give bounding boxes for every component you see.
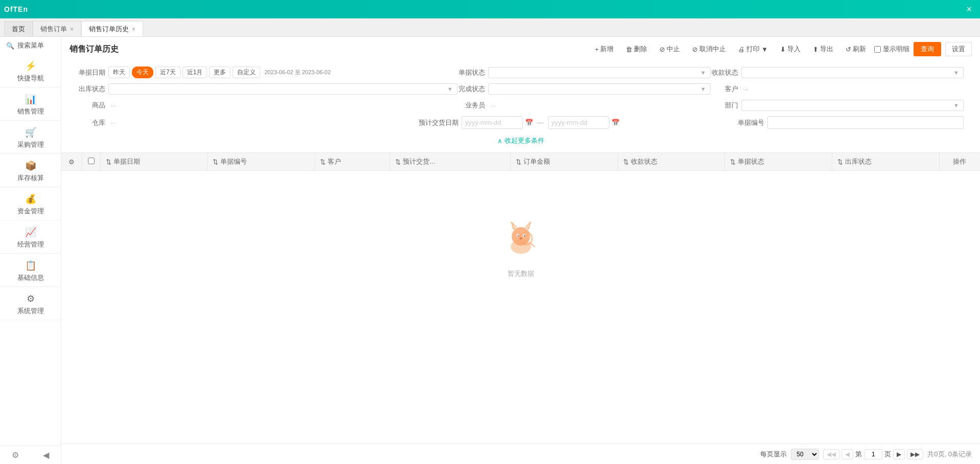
calendar-end-icon[interactable]: 📅	[611, 119, 620, 126]
finance-icon: 💰	[25, 193, 36, 205]
warehouse-label: 仓库	[78, 118, 108, 127]
th-customer[interactable]: ⇅ 客户	[314, 153, 390, 171]
out-status-arrow-icon: ▼	[447, 86, 453, 92]
select-all-checkbox[interactable]	[88, 158, 95, 164]
sidebar-item-quick-nav-label: 快捷导航	[17, 74, 44, 83]
sidebar-item-operations-label: 经营管理	[17, 240, 44, 249]
payment-status-control: ▼	[741, 67, 964, 78]
tab-sales-order-close[interactable]: ×	[70, 26, 74, 33]
th-expected-date[interactable]: ⇅ 预计交货...	[390, 153, 510, 171]
tab-sales-order-history[interactable]: 销售订单历史 ×	[81, 21, 143, 36]
sidebar-item-quick-nav[interactable]: ⚡ 快捷导航	[0, 54, 61, 87]
sidebar-item-purchase-mgmt-label: 采购管理	[17, 140, 44, 149]
main-layout: 🔍 搜索菜单 ⚡ 快捷导航 📊 销售管理 🛒 采购管理 📦 库存核算 💰 资金管…	[0, 37, 980, 464]
query-button[interactable]: 查询	[914, 42, 941, 56]
th-settings[interactable]: ⚙	[61, 153, 82, 171]
expected-date-end-input[interactable]: yyyy-mm-dd	[548, 116, 609, 129]
export-button[interactable]: ⬆ 导出	[809, 42, 837, 56]
th-bill-no-label: 单据编号	[220, 157, 247, 166]
sidebar-item-base-info[interactable]: 📋 基础信息	[0, 254, 61, 287]
display-cols-checkbox[interactable]	[874, 46, 881, 53]
date-btn-more[interactable]: 更多	[209, 67, 231, 78]
cancel-stop-button[interactable]: ⊘ 取消中止	[688, 42, 730, 56]
svg-line-7	[531, 243, 534, 247]
expected-date-start-placeholder: yyyy-mm-dd	[465, 119, 502, 126]
th-out-status[interactable]: ⇅ 出库状态	[832, 153, 939, 171]
th-date[interactable]: ⇅ 单据日期	[100, 153, 208, 171]
page-number-input[interactable]	[864, 449, 882, 459]
sidebar-item-inventory[interactable]: 📦 库存核算	[0, 154, 61, 187]
calendar-start-icon[interactable]: 📅	[525, 119, 533, 126]
date-btn-7days[interactable]: 近7天	[155, 67, 180, 78]
new-icon: +	[595, 46, 599, 53]
complete-status-select[interactable]: ▼	[488, 83, 711, 95]
sidebar-search[interactable]: 🔍 搜索菜单	[0, 37, 61, 54]
refresh-button[interactable]: ↺ 刷新	[841, 42, 870, 56]
department-label: 部门	[711, 101, 741, 110]
collapse-up-icon: ∧	[497, 137, 503, 145]
new-label: 新增	[600, 45, 613, 54]
product-ellipsis-button[interactable]: ···	[108, 102, 118, 109]
warehouse-ellipsis-button[interactable]: ···	[108, 119, 118, 126]
collapse-label: 收起更多条件	[505, 136, 544, 145]
import-button[interactable]: ⬇ 导入	[776, 42, 805, 56]
th-payment-status-label: 收款状态	[631, 157, 657, 166]
sidebar-settings-button[interactable]: ⚙	[12, 450, 19, 460]
date-btn-yesterday[interactable]: 昨天	[108, 67, 130, 78]
th-payment-status[interactable]: ⇅ 收款状态	[618, 153, 725, 171]
th-expected-date-sort-icon: ⇅	[395, 158, 401, 166]
next-page-button[interactable]: ▶	[893, 449, 905, 459]
payment-status-select[interactable]: ▼	[741, 67, 964, 78]
table-header-row: ⚙ ⇅ 单据日期 ⇅	[61, 153, 980, 171]
new-button[interactable]: + 新增	[591, 42, 618, 56]
export-icon: ⬆	[813, 46, 818, 53]
collapse-row[interactable]: ∧ 收起更多条件	[78, 134, 964, 147]
tab-sales-order[interactable]: 销售订单 ×	[33, 21, 81, 36]
sidebar-collapse-button[interactable]: ◀	[43, 450, 49, 460]
sidebar-item-sys-mgmt[interactable]: ⚙ 系统管理	[0, 287, 61, 320]
th-payment-status-sort-icon: ⇅	[623, 158, 629, 166]
empty-state: 暂无数据	[61, 171, 980, 319]
sidebar-item-sales-mgmt[interactable]: 📊 销售管理	[0, 87, 61, 121]
th-check[interactable]	[82, 153, 100, 171]
expected-date-start-input[interactable]: yyyy-mm-dd	[462, 116, 523, 129]
window-close-button[interactable]: ×	[962, 4, 976, 15]
bill-status-select[interactable]: ▼	[488, 67, 711, 78]
print-button[interactable]: 🖨 打印 ▼	[734, 42, 772, 56]
payment-status-arrow-icon: ▼	[953, 70, 959, 76]
search-icon: 🔍	[6, 42, 14, 50]
bill-no-input[interactable]	[767, 116, 964, 129]
date-btn-1month[interactable]: 近1月	[183, 67, 208, 78]
date-btn-custom[interactable]: 自定义	[233, 67, 260, 78]
table-area: ⚙ ⇅ 单据日期 ⇅	[61, 153, 980, 444]
date-btn-today[interactable]: 今天	[132, 67, 153, 78]
first-page-button[interactable]: ◀◀	[823, 449, 839, 459]
out-status-select[interactable]: ▼	[108, 83, 458, 95]
sidebar-item-purchase-mgmt[interactable]: 🛒 采购管理	[0, 121, 61, 154]
complete-status-arrow-icon: ▼	[700, 86, 706, 92]
per-page-select[interactable]: 50 10 20 100	[791, 449, 819, 460]
cancel-stop-label: 取消中止	[699, 45, 726, 54]
salesperson-ellipsis-button[interactable]: ···	[488, 102, 498, 109]
department-arrow-icon: ▼	[953, 102, 959, 108]
sidebar-item-finance[interactable]: 💰 资金管理	[0, 187, 61, 220]
empty-illustration	[495, 212, 546, 263]
stop-button[interactable]: ⊘ 中止	[655, 42, 684, 56]
th-bill-status[interactable]: ⇅ 单据状态	[725, 153, 832, 171]
tab-sales-order-history-close[interactable]: ×	[132, 26, 135, 33]
department-select[interactable]: ▼	[741, 100, 964, 111]
sidebar-item-operations[interactable]: 📈 经营管理	[0, 220, 61, 254]
date-buttons: 昨天 今天 近7天 近1月 更多 自定义	[108, 67, 260, 78]
th-amount[interactable]: ⇅ 订单金额	[510, 153, 618, 171]
delete-button[interactable]: 🗑 删除	[622, 42, 651, 56]
tab-home[interactable]: 首页	[4, 21, 33, 36]
delete-label: 删除	[634, 45, 647, 54]
out-status-control: ▼	[108, 83, 458, 95]
bill-status-label: 单据状态	[458, 68, 488, 77]
th-bill-no[interactable]: ⇅ 单据编号	[208, 153, 315, 171]
prev-page-button[interactable]: ◀	[841, 449, 853, 459]
last-page-button[interactable]: ▶▶	[907, 449, 923, 459]
customer-ellipsis-button[interactable]: ···	[741, 85, 751, 93]
display-cols-toggle[interactable]: 显示明细	[874, 45, 909, 54]
settings-button[interactable]: 设置	[945, 42, 972, 56]
